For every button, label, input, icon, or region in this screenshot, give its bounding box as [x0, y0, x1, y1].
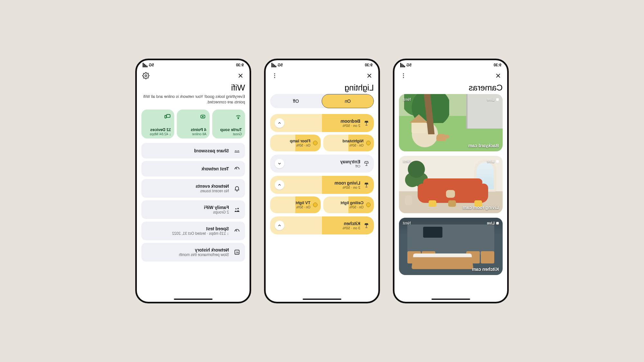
camera-status: Live	[487, 159, 495, 164]
svg-point-17	[403, 75, 404, 76]
password-icon	[233, 148, 241, 154]
wifi-menu-list: Share password Test network Network even…	[141, 143, 245, 262]
row-title: Network events	[196, 184, 229, 189]
bulb-icon	[366, 203, 371, 207]
status-network: 5G	[406, 63, 412, 67]
phone-wifi: 9:30 5G Wifi Everything looks good! Your…	[135, 59, 251, 303]
light-sub: On · 50%	[290, 143, 310, 147]
row-test-network[interactable]: Test network	[141, 161, 245, 176]
bulb-icon	[313, 141, 317, 145]
camera-tile-kitchen[interactable]: Live Nest Kitchen cam	[399, 218, 503, 275]
camera-tile-backyard[interactable]: Live Nest Backyard cam	[399, 94, 503, 151]
speed-icon	[233, 166, 241, 172]
camera-brand: Nest	[403, 221, 411, 225]
bulb-icon	[366, 141, 371, 145]
collapse-button[interactable]	[275, 118, 284, 128]
app-bar	[266, 69, 378, 81]
svg-rect-9	[235, 152, 240, 152]
camera-name: Backyard cam	[403, 143, 499, 148]
row-family-wifi[interactable]: Family WiFi 2 Groups	[141, 200, 245, 219]
live-icon	[496, 98, 499, 101]
app-bar	[394, 69, 507, 81]
card-title: 12 Devices	[145, 128, 171, 132]
row-network-history[interactable]: Network history Slow performance this mo…	[141, 243, 245, 262]
status-bar: 9:30 5G	[266, 60, 378, 69]
router-icon	[180, 113, 206, 120]
light-sub: On · 50%	[340, 205, 364, 209]
bulb-icon	[313, 203, 317, 207]
status-time: 9:30	[494, 63, 501, 67]
more-icon[interactable]	[270, 71, 279, 80]
camera-brand: Nest	[403, 97, 411, 102]
row-title: Speed test	[172, 226, 229, 231]
chart-icon	[233, 249, 241, 255]
wifi-status-cards: Turtle soup Great 4 Points All online 12…	[141, 110, 245, 138]
phone-cameras: 9:30 5G Cameras Live Nest Backyard cam	[393, 59, 509, 303]
status-time: 9:30	[365, 63, 373, 67]
more-icon[interactable]	[399, 71, 408, 80]
wifi-card-devices[interactable]: 12 Devices ↓ 42.84 Mbps	[141, 110, 174, 138]
room-sub: 3 on · 50%	[343, 226, 360, 230]
close-icon[interactable]	[236, 71, 245, 80]
lamp-icon	[364, 120, 369, 126]
expand-button[interactable]	[275, 159, 284, 168]
live-icon	[496, 160, 499, 163]
room-living-room[interactable]: Living room 2 on · 50%	[270, 176, 374, 194]
page-title: Cameras	[399, 83, 503, 93]
page-title: Wifi	[141, 83, 245, 93]
home-bar[interactable]	[174, 299, 213, 300]
room-kitchen[interactable]: Kitchen 3 on · 50%	[270, 216, 374, 234]
status-bar: 9:30 5G	[137, 60, 250, 69]
on-off-toggle[interactable]: On Off	[270, 94, 374, 108]
wifi-card-points[interactable]: 4 Points All online	[177, 110, 210, 138]
room-sub: 2 on · 50%	[335, 186, 360, 189]
row-subtitle: ↓ 115 mbps · tested Oct 31, 2022	[172, 231, 229, 236]
camera-status: Live	[487, 221, 495, 225]
row-share-password[interactable]: Share password	[141, 143, 245, 158]
svg-point-10	[237, 208, 239, 209]
collapse-button[interactable]	[275, 180, 284, 190]
home-bar[interactable]	[431, 299, 470, 300]
room-entryway[interactable]: Entryway Off	[270, 155, 374, 173]
room-sub: 2 on · 50%	[341, 124, 360, 128]
svg-point-11	[235, 208, 236, 209]
room-name: Bedroom	[341, 119, 360, 124]
row-network-events[interactable]: Network events No recent issues	[141, 179, 245, 198]
live-icon	[496, 222, 499, 224]
svg-point-8	[235, 150, 236, 151]
svg-rect-5	[165, 115, 166, 118]
row-title: Share password	[194, 148, 229, 153]
wifi-card-network[interactable]: Turtle soup Great	[212, 110, 245, 138]
card-title: Turtle soup	[215, 128, 242, 132]
camera-tile-living-room[interactable]: Live Nest Living room cam	[399, 156, 503, 213]
row-speed-test[interactable]: Speed test ↓ 115 mbps · tested Oct 31, 2…	[141, 222, 245, 240]
row-subtitle: No recent issues	[196, 189, 229, 193]
light-ceiling[interactable]: Ceiling light On · 50%	[323, 196, 374, 213]
camera-brand: Nest	[403, 159, 411, 164]
card-subtitle: ↓ 42.84 Mbps	[145, 132, 171, 136]
close-icon[interactable]	[494, 71, 503, 80]
room-bedroom[interactable]: Bedroom 2 on · 50%	[270, 114, 374, 132]
toggle-on[interactable]: On	[322, 94, 374, 108]
page-title: Lighting	[270, 83, 374, 93]
gear-icon[interactable]	[141, 71, 150, 80]
room-name: Living room	[335, 180, 360, 186]
bell-icon	[233, 185, 241, 192]
svg-point-1	[238, 118, 239, 119]
svg-rect-4	[166, 114, 170, 117]
light-tv[interactable]: TV light On · 50%	[270, 196, 321, 213]
home-bar[interactable]	[303, 299, 341, 300]
row-title: Test network	[202, 166, 229, 171]
toggle-off[interactable]: Off	[270, 94, 322, 108]
svg-point-13	[274, 73, 275, 74]
collapse-button[interactable]	[275, 221, 284, 230]
close-icon[interactable]	[365, 71, 374, 80]
speed-icon	[233, 228, 241, 234]
svg-point-6	[238, 150, 239, 151]
light-sub: On · 50%	[296, 205, 310, 209]
svg-point-3	[203, 116, 204, 117]
light-floor-lamp[interactable]: Floor lamp On · 50%	[270, 135, 321, 151]
signal-icon	[400, 63, 405, 67]
card-title: 4 Points	[180, 128, 206, 132]
light-nightstand[interactable]: Nightstand On · 50%	[323, 135, 374, 151]
